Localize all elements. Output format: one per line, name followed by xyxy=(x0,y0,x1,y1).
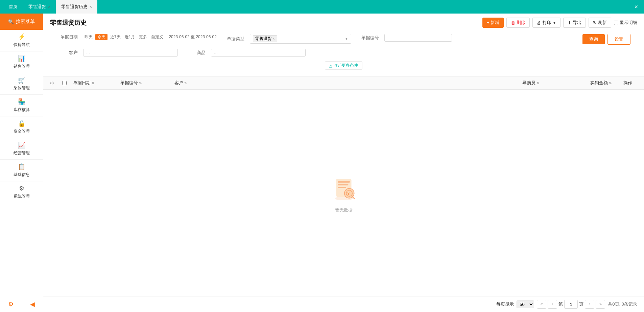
next-page-button[interactable]: › xyxy=(585,300,594,309)
export-button[interactable]: ⬆ 导出 xyxy=(563,18,586,28)
filter-row-2: 客户 ... 商品 ... xyxy=(50,47,637,59)
print-dropdown-icon: ▼ xyxy=(553,21,556,25)
date-opt-custom[interactable]: 自定义 xyxy=(150,34,165,40)
page-unit: 页 xyxy=(579,301,583,307)
prev-page-button[interactable]: ‹ xyxy=(548,300,557,309)
type-select-arrow-icon: ▼ xyxy=(345,37,348,41)
page-label: 第 xyxy=(558,301,563,307)
svg-rect-4 xyxy=(338,187,346,188)
collapse-sidebar-icon[interactable]: ◀ xyxy=(30,300,35,308)
table-select-all[interactable] xyxy=(58,81,70,85)
print-icon: 🖨 xyxy=(537,20,541,25)
date-opt-1month[interactable]: 近1月 xyxy=(123,34,137,40)
sidebar: 🔍 搜索菜单 ⚡ 快捷导航 📊 销售管理 🛒 采购管理 🏪 库存核算 🔒 资金管… xyxy=(0,14,43,312)
no-filter-input[interactable] xyxy=(384,34,452,42)
system-icon: ⚙ xyxy=(19,185,24,192)
select-all-checkbox[interactable] xyxy=(62,81,67,85)
type-tag-close[interactable]: × xyxy=(273,37,275,41)
refresh-icon: ↻ xyxy=(593,20,597,25)
type-filter-select[interactable]: 零售退货 × ▼ xyxy=(250,34,351,44)
goods-filter-label: 商品 xyxy=(185,50,208,56)
tab-retail-return[interactable]: 零售退货 × xyxy=(23,0,56,14)
date-options: 昨天 今天 近7天 近1月 更多 自定义 xyxy=(83,34,165,40)
page-input[interactable] xyxy=(564,300,578,309)
sort-guide-icon: ⇅ xyxy=(536,81,539,85)
customer-filter-label: 客户 xyxy=(57,50,80,56)
table-area: ⚙ 单据日期 ⇅ 单据编号 ⇅ 客户 ⇅ 导购员 ⇅ xyxy=(43,76,644,312)
export-icon: ⬆ xyxy=(568,20,571,25)
type-tag: 零售退货 × xyxy=(253,35,277,42)
page-title-row: 零售退货历史 + 新增 🗑 删除 🖨 打印 ▼ ⬆ 导出 xyxy=(50,18,637,28)
sidebar-item-quick-nav[interactable]: ⚡ 快捷导航 xyxy=(0,30,43,51)
page-title: 零售退货历史 xyxy=(50,19,87,27)
set-button[interactable]: 设置 xyxy=(607,34,630,45)
ops-icon: 📈 xyxy=(18,141,25,149)
goods-filter-input[interactable]: ... xyxy=(211,49,306,57)
show-detail-input[interactable] xyxy=(614,21,618,25)
inventory-icon: 🏪 xyxy=(18,98,25,106)
quick-nav-icon: ⚡ xyxy=(18,33,25,41)
table-header: ⚙ 单据日期 ⇅ 单据编号 ⇅ 客户 ⇅ 导购员 ⇅ xyxy=(43,76,644,90)
date-opt-today[interactable]: 今天 xyxy=(95,34,108,40)
th-amount[interactable]: 实销金额 ⇅ xyxy=(574,80,614,86)
close-window-button[interactable]: × xyxy=(631,3,641,10)
th-customer[interactable]: 客户 ⇅ xyxy=(172,80,520,86)
last-page-button[interactable]: » xyxy=(596,300,605,309)
tab-home[interactable]: 首页 xyxy=(3,0,23,14)
search-icon: 🔍 xyxy=(8,19,14,24)
customer-filter-input[interactable]: ... xyxy=(83,49,178,57)
per-page-label: 每页显示 xyxy=(496,301,514,307)
per-page-select[interactable]: 20 50 100 200 xyxy=(517,300,534,308)
customer-filter-group: 客户 ... xyxy=(57,49,178,57)
settings-bottom-icon[interactable]: ⚙ xyxy=(8,300,14,308)
sidebar-item-inventory-calc[interactable]: 🏪 库存核算 xyxy=(0,95,43,116)
toolbar: + 新增 🗑 删除 🖨 打印 ▼ ⬆ 导出 ↻ xyxy=(482,18,637,28)
empty-state: ? 暂无数据 xyxy=(43,90,644,296)
sidebar-bottom: ⚙ ◀ xyxy=(0,296,43,312)
page-nav: « ‹ 第 页 › » xyxy=(537,300,605,309)
th-guide[interactable]: 导购员 ⇅ xyxy=(520,80,574,86)
tab-retail-return-history[interactable]: 零售退货历史 × xyxy=(56,0,97,14)
close-tab-retail-return-history[interactable]: × xyxy=(90,4,92,9)
new-button[interactable]: + 新增 xyxy=(482,18,504,28)
delete-icon: 🗑 xyxy=(511,20,515,25)
close-tab-retail-return[interactable]: × xyxy=(48,4,50,9)
th-no[interactable]: 单据编号 ⇅ xyxy=(118,80,172,86)
first-page-button[interactable]: « xyxy=(537,300,546,309)
show-detail-checkbox[interactable]: 显示明细 xyxy=(614,20,637,26)
sidebar-item-system-mgmt[interactable]: ⚙ 系统管理 xyxy=(0,181,43,203)
finance-icon: 🔒 xyxy=(18,120,25,127)
sidebar-item-purchase-mgmt[interactable]: 🛒 采购管理 xyxy=(0,73,43,95)
th-date[interactable]: 单据日期 ⇅ xyxy=(70,80,118,86)
date-opt-yesterday[interactable]: 昨天 xyxy=(83,34,94,40)
delete-button[interactable]: 🗑 删除 xyxy=(506,18,530,28)
date-opt-more[interactable]: 更多 xyxy=(138,34,148,40)
table-settings-icon[interactable]: ⚙ xyxy=(46,81,58,86)
sidebar-item-sales-mgmt[interactable]: 📊 销售管理 xyxy=(0,51,43,73)
svg-rect-2 xyxy=(338,181,350,183)
collapse-button[interactable]: △ 收起更多条件 xyxy=(325,61,362,70)
sidebar-item-ops-mgmt[interactable]: 📈 经营管理 xyxy=(0,138,43,160)
purchase-icon: 🛒 xyxy=(18,76,25,84)
print-button[interactable]: 🖨 打印 ▼ xyxy=(532,18,560,28)
sidebar-search[interactable]: 🔍 搜索菜单 xyxy=(0,14,43,30)
refresh-button[interactable]: ↻ 刷新 xyxy=(589,18,611,28)
type-filter-label: 单据类型 xyxy=(223,36,247,42)
sort-no-icon: ⇅ xyxy=(139,81,142,85)
collapse-icon: △ xyxy=(329,63,332,68)
sidebar-item-basic-info[interactable]: 📋 基础信息 xyxy=(0,160,43,181)
sales-icon: 📊 xyxy=(18,55,25,62)
svg-text:?: ? xyxy=(347,191,349,195)
main-content: 零售退货历史 + 新增 🗑 删除 🖨 打印 ▼ ⬆ 导出 xyxy=(43,14,644,312)
sidebar-item-finance-mgmt[interactable]: 🔒 资金管理 xyxy=(0,116,43,138)
basic-info-icon: 📋 xyxy=(18,163,25,171)
type-filter-group: 单据类型 零售退货 × ▼ xyxy=(223,34,351,44)
total-text: 共0页, 0条记录 xyxy=(608,301,637,307)
date-opt-7days[interactable]: 近7天 xyxy=(109,34,122,40)
query-button[interactable]: 查询 xyxy=(582,34,605,44)
pagination-bar: 每页显示 20 50 100 200 « ‹ 第 页 › » 共0页, 0条记录 xyxy=(43,296,644,312)
sort-date-icon: ⇅ xyxy=(92,81,94,85)
top-bar: 首页 零售退货 × 零售退货历史 × × xyxy=(0,0,644,14)
date-range-display: 2023-06-02 至 2023-06-02 xyxy=(169,34,216,40)
sort-amount-icon: ⇅ xyxy=(609,81,612,85)
